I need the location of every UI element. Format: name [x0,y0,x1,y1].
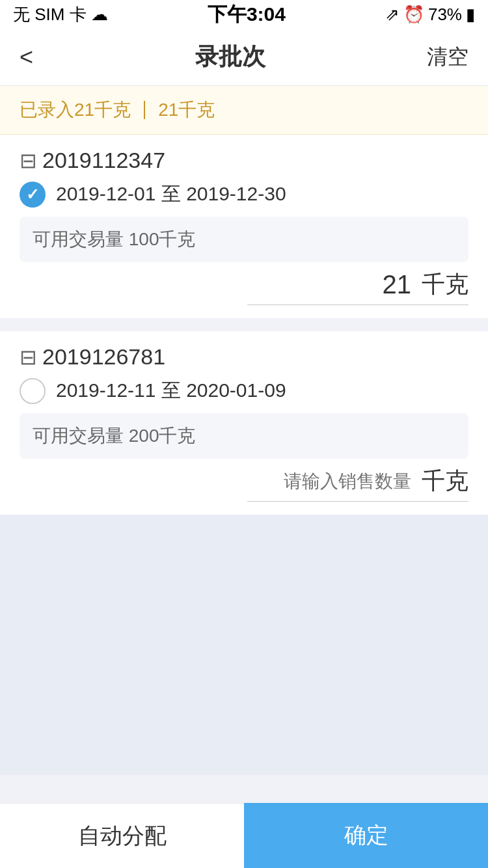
batch-1-availability: 可用交易量 100千克 [20,217,468,262]
batch-1-qty-input[interactable] [281,270,411,299]
batch-2-qty-wrapper: 千克 [0,459,488,515]
batch-1-date-row: 2019-12-01 至 2019-12-30 [20,181,468,208]
batch-2-icon: ⊟ [20,345,37,370]
batch-2-qty-container: 千克 [20,465,468,497]
alarm-icon: ⏰ [403,5,424,25]
batch-2-qty-line [247,501,468,502]
batch-2-radio[interactable] [20,378,46,404]
sim-status: 无 SIM 卡 ☁ [13,3,108,26]
batch-1-qty-line [247,305,468,305]
confirm-button[interactable]: 确定 [244,803,488,868]
batch-1-qty-unit: 千克 [422,269,468,301]
batch-2-qty-unit: 千克 [422,465,468,497]
battery-text: 73% [428,5,462,25]
nav-bar: < 录批次 清空 [0,29,488,86]
batch-1-qty-wrapper: 千克 [0,262,488,318]
status-left: 无 SIM 卡 ☁ [13,3,108,26]
bottom-area [0,515,488,775]
batch-1-icon: ⊟ [20,148,37,173]
batch-item-1: ⊟ 2019112347 2019-12-01 至 2019-12-30 可用交… [0,135,488,262]
batch-2-id: 2019126781 [42,344,165,370]
batch-separator [0,318,488,331]
page-title: 录批次 [195,41,265,73]
summary-divider [144,101,145,119]
batch-2-date-row: 2019-12-11 至 2020-01-09 [20,377,468,404]
summary-label: 已录入21千克 [20,98,131,122]
status-time: 下午3:04 [208,1,286,28]
status-right: ⇗ ⏰ 73% ▮ [385,5,475,25]
batch-2-availability: 可用交易量 200千克 [20,413,468,459]
summary-value: 21千克 [158,98,215,122]
batch-1-header: ⊟ 2019112347 [20,148,468,173]
batch-1-date: 2019-12-01 至 2019-12-30 [56,181,286,208]
batch-2-date: 2019-12-11 至 2020-01-09 [56,377,286,404]
battery-icon: ▮ [466,5,475,25]
location-icon: ⇗ [385,5,400,25]
batch-2-qty-input[interactable] [281,471,411,492]
batch-item-2: ⊟ 2019126781 2019-12-11 至 2020-01-09 可用交… [0,331,488,459]
back-button[interactable]: < [20,44,33,71]
status-bar: 无 SIM 卡 ☁ 下午3:04 ⇗ ⏰ 73% ▮ [0,0,488,29]
summary-bar: 已录入21千克 21千克 [0,86,488,135]
bottom-buttons: 自动分配 确定 [0,803,488,868]
batch-1-qty-container: 千克 [20,269,468,301]
auto-distribute-button[interactable]: 自动分配 [0,803,244,868]
clear-button[interactable]: 清空 [427,43,468,72]
batch-1-radio[interactable] [20,182,46,208]
batch-1-id: 2019112347 [42,148,165,173]
batch-2-header: ⊟ 2019126781 [20,344,468,370]
